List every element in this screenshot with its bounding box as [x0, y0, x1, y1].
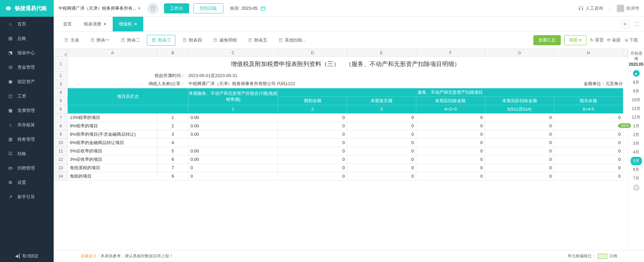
switch-old-button[interactable]: 切到旧版: [193, 3, 223, 13]
company-selector[interactable]: 中税网通广泽（天津）税务师事务所有... ▾: [58, 5, 141, 11]
col-header[interactable]: H: [554, 49, 623, 57]
cell[interactable]: 0: [485, 138, 554, 147]
month-option[interactable]: 6月: [631, 166, 642, 174]
month-option[interactable]: 4月: [631, 148, 642, 156]
tab-0[interactable]: 首页: [57, 17, 78, 31]
month-option[interactable]: 8月: [631, 78, 642, 87]
cell[interactable]: 0: [278, 113, 347, 122]
cell[interactable]: 0: [347, 122, 416, 130]
col-header[interactable]: D: [278, 49, 347, 57]
subtab-1[interactable]: 附表一: [86, 35, 114, 46]
subtab-6[interactable]: 附表五: [244, 35, 271, 46]
period-start-button[interactable]: 期初▾: [564, 35, 587, 45]
subtab-4[interactable]: 附表四: [178, 35, 206, 46]
cell[interactable]: 0.00: [189, 147, 278, 155]
cell[interactable]: 0: [554, 155, 623, 163]
cell[interactable]: 0: [554, 113, 623, 122]
refresh-link[interactable]: ⟳刷新: [607, 37, 621, 43]
invoice-summary-button[interactable]: 发票汇总: [533, 35, 561, 45]
month-option[interactable]: 12月: [631, 113, 642, 122]
cell[interactable]: 0: [554, 172, 623, 180]
sidebar-item-3[interactable]: ㉤资金管理: [0, 60, 54, 74]
cell[interactable]: 0: [416, 122, 485, 130]
cell[interactable]: 0.00: [189, 130, 278, 138]
sidebar-item-1[interactable]: ▤总账: [0, 31, 54, 46]
cell[interactable]: 0: [485, 155, 554, 163]
cell[interactable]: 0: [278, 147, 347, 155]
cell[interactable]: 0: [554, 130, 623, 138]
sidebar-item-4[interactable]: ▣固定资产: [0, 74, 54, 89]
spreadsheet[interactable]: ABCDEFGH1增值税及附加税费申报表附列资料（三） （服务、不动产和无形资产…: [54, 49, 628, 250]
unpin-button[interactable]: ◀┃ 取消固定: [0, 250, 54, 262]
cell[interactable]: 0: [485, 172, 554, 180]
subtab-3[interactable]: 附表三: [147, 35, 175, 46]
cell[interactable]: 0: [347, 130, 416, 138]
col-header[interactable]: E: [347, 49, 416, 57]
tab-2[interactable]: 增值税✕: [113, 17, 143, 31]
month-option[interactable]: 7月: [631, 174, 642, 183]
cell[interactable]: 0: [485, 147, 554, 155]
subtab-5[interactable]: 减免明细: [209, 35, 241, 46]
cell[interactable]: 0: [416, 163, 485, 172]
cell[interactable]: 0: [416, 147, 485, 155]
cell[interactable]: 0: [347, 113, 416, 122]
cell[interactable]: 0: [416, 130, 485, 138]
sidebar-item-2[interactable]: ⬔报表中心: [0, 46, 54, 60]
subtab-7[interactable]: 其他扣税...: [274, 35, 310, 46]
calendar-icon[interactable]: [260, 6, 266, 11]
cell[interactable]: 0: [485, 113, 554, 122]
cell[interactable]: 0: [554, 147, 623, 155]
cell[interactable]: 0: [347, 155, 416, 163]
sidebar-item-0[interactable]: ⌂首页: [0, 17, 54, 31]
download-link[interactable]: ⇲下载: [624, 37, 638, 43]
cell[interactable]: 0: [278, 138, 347, 147]
cell[interactable]: 0: [416, 155, 485, 163]
cell[interactable]: 0.00: [189, 155, 278, 163]
cell[interactable]: 0: [554, 138, 623, 147]
cell[interactable]: 0: [416, 172, 485, 180]
subtab-0[interactable]: 主表: [60, 35, 83, 46]
tab-1[interactable]: 税表清册✕: [78, 17, 113, 31]
workspace-button[interactable]: 工作台: [164, 3, 189, 13]
month-down-button[interactable]: ▼: [633, 184, 640, 191]
sidebar-item-12[interactable]: ↗新手引导: [0, 190, 54, 204]
user-menu[interactable]: 徐泽华: [617, 5, 639, 12]
sidebar-item-10[interactable]: 🗁归档管理: [0, 161, 54, 175]
cell[interactable]: 0: [416, 138, 485, 147]
month-up-button[interactable]: ▲: [633, 70, 640, 77]
reset-link[interactable]: ↻重置: [590, 37, 604, 43]
cell[interactable]: 0: [347, 172, 416, 180]
cell[interactable]: 0.00: [189, 122, 278, 130]
cell[interactable]: 0: [189, 172, 278, 180]
cell[interactable]: [189, 138, 278, 147]
cell[interactable]: 0: [554, 163, 623, 172]
tab-close-button[interactable]: ✕: [621, 20, 629, 28]
cell[interactable]: 0: [416, 113, 485, 122]
month-option[interactable]: 5月: [631, 157, 642, 165]
sidebar-item-7[interactable]: ⌂库存核算: [0, 118, 54, 132]
sidebar-item-11[interactable]: ⚙设置: [0, 175, 54, 190]
tab-expand-button[interactable]: ⛶: [633, 20, 641, 28]
doc-icon-button[interactable]: [147, 3, 159, 14]
month-option[interactable]: 1月: [631, 122, 642, 130]
cell[interactable]: 0: [554, 122, 623, 130]
cell[interactable]: 0: [485, 130, 554, 138]
cell[interactable]: 0: [347, 147, 416, 155]
cell[interactable]: 0: [278, 122, 347, 130]
cell[interactable]: 0: [278, 172, 347, 180]
month-option[interactable]: 2月: [631, 131, 642, 139]
support-link[interactable]: 人工咨询: [578, 5, 603, 11]
subtab-2[interactable]: 附表二: [116, 35, 144, 46]
sidebar-item-9[interactable]: ☑结账: [0, 146, 54, 161]
close-icon[interactable]: ✕: [103, 22, 107, 26]
month-option[interactable]: 11月: [631, 105, 642, 113]
cell[interactable]: 0: [278, 163, 347, 172]
sidebar-item-6[interactable]: ▦发票管理: [0, 103, 54, 118]
col-header[interactable]: C: [189, 49, 278, 57]
cell[interactable]: 0: [347, 138, 416, 147]
col-header[interactable]: G: [485, 49, 554, 57]
cell[interactable]: 0: [485, 122, 554, 130]
col-header[interactable]: B: [157, 49, 189, 57]
sidebar-item-8[interactable]: ▥税务管理: [0, 132, 54, 146]
sidebar-item-5[interactable]: ◫工资: [0, 89, 54, 103]
